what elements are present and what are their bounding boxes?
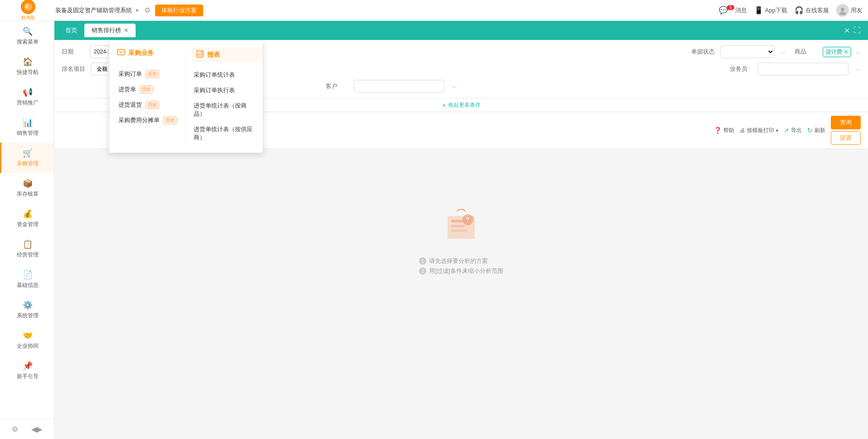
- sidebar-label-purchase: 采购管理: [17, 160, 39, 168]
- sidebar-item-purchase[interactable]: 🛒 采购管理: [0, 143, 54, 173]
- tabbar-right: ✕ ⛶: [844, 26, 864, 35]
- main: 首页 销售排行榜 ✕ ✕ ⛶ 日期 2024-12-31: [54, 21, 868, 439]
- sidebar-item-collab[interactable]: 🤝 企业协同: [0, 325, 54, 355]
- po-execution-label: 采购订单执行表: [194, 86, 235, 94]
- messages-btn[interactable]: 💬 5 消息: [719, 6, 747, 15]
- salesperson-dots[interactable]: ···: [856, 66, 861, 73]
- tab-sales-rank[interactable]: 销售排行榜 ✕: [84, 24, 136, 37]
- tab-close-icon[interactable]: ✕: [124, 27, 128, 34]
- reports-header-label: 报表: [207, 51, 220, 59]
- sidebar-label-sales: 销售管理: [17, 129, 39, 137]
- sidebar-item-system[interactable]: ⚙️ 系统管理: [0, 295, 54, 325]
- tab-home[interactable]: 首页: [58, 24, 84, 37]
- messages-label: 消息: [735, 6, 747, 15]
- system-dropdown-icon[interactable]: ▼: [135, 8, 140, 13]
- refresh-btn[interactable]: ↻ 刷新: [807, 127, 825, 134]
- nav-icon: 🏠: [23, 57, 33, 67]
- purchase-col-header: 采购业务: [117, 48, 180, 61]
- doc-status-label: 单据状态: [691, 48, 715, 56]
- sidebar-label-search: 搜索菜单: [17, 38, 39, 46]
- print-btn[interactable]: 🖨 按模板打印 ▾: [740, 127, 778, 134]
- tab-close-window-icon[interactable]: ✕: [844, 26, 850, 35]
- sidebar-item-basic-info[interactable]: 📄 基础信息: [0, 264, 54, 295]
- sidebar-label-inventory: 库存核算: [17, 190, 39, 198]
- dropdown-item-receipt-by-goods[interactable]: 进货单统计表（按商品）: [192, 98, 256, 122]
- sidebar-label-system: 系统管理: [17, 312, 39, 320]
- inventory-icon: 📦: [23, 178, 33, 188]
- rank-label: 排名项目: [62, 65, 85, 73]
- industry-btn[interactable]: 体验行业方案: [155, 5, 203, 16]
- query-btn[interactable]: 查询: [831, 116, 861, 129]
- purchase-header-icon: [117, 48, 126, 58]
- settings-btn[interactable]: 设置: [831, 131, 861, 145]
- topbar-system: 装备及固定资产辅助管理系统 ▼ ⚙ 体验行业方案: [55, 5, 719, 16]
- empty-state: ? 1 请先选择要分析的方案 2 用[过滤]条件来缩小分析范围: [54, 149, 868, 330]
- printer-icon: 🖨: [740, 127, 745, 133]
- sidebar-settings-btn[interactable]: ⚙: [12, 425, 18, 434]
- sidebar-collapse-btn[interactable]: ◀▶: [31, 425, 42, 434]
- app-download-btn[interactable]: 📱 App下载: [754, 6, 787, 15]
- system-icon: ⚙️: [23, 300, 33, 310]
- operations-icon: 📋: [23, 239, 33, 249]
- salesperson-input[interactable]: [758, 63, 848, 75]
- basic-info-icon: 📄: [23, 270, 33, 280]
- print-arrow-icon: ▾: [776, 128, 778, 133]
- reports-col-header: 报表: [192, 48, 263, 62]
- dropdown-item-goods-receipt[interactable]: 进货单 历史: [117, 82, 180, 97]
- dropdown-item-po-execution[interactable]: 采购订单执行表: [192, 83, 256, 98]
- sidebar-label-basic-info: 基础信息: [17, 281, 39, 289]
- sidebar-item-nav[interactable]: 🏠 快捷导航: [0, 51, 54, 82]
- svg-rect-9: [117, 49, 125, 55]
- online-service-btn[interactable]: 🎧 在线客服: [795, 6, 829, 15]
- sidebar-item-guide[interactable]: 📌 新手引导: [0, 355, 54, 386]
- receipt-by-supplier-label: 进货单统计表（按供应商）: [194, 125, 254, 142]
- sidebar-item-operations[interactable]: 📋 经营管理: [0, 234, 54, 264]
- online-service-label: 在线客服: [805, 6, 829, 15]
- sidebar-item-marketing[interactable]: 📢 营销推广: [0, 82, 54, 112]
- doc-status-select[interactable]: [720, 45, 775, 58]
- customer-input[interactable]: [354, 80, 444, 93]
- dropdown-item-purchase-order[interactable]: 采购订单 历史: [117, 66, 180, 82]
- sidebar-item-finance[interactable]: 💰 资金管理: [0, 203, 54, 234]
- purchase-order-label: 采购订单: [118, 70, 142, 78]
- dropdown-item-purchase-expense[interactable]: 采购费用分摊单 历史: [117, 113, 180, 128]
- sidebar-item-sales[interactable]: 📊 销售管理: [0, 112, 54, 143]
- dropdown-item-po-stats[interactable]: 采购订单统计表: [192, 67, 256, 83]
- sidebar-item-search[interactable]: 🔍 搜索菜单: [0, 21, 54, 51]
- dropdown-item-receipt-by-supplier[interactable]: 进货单统计表（按供应商）: [192, 122, 256, 145]
- tab-maximize-icon[interactable]: ⛶: [853, 26, 861, 35]
- export-btn[interactable]: ↗ 导出: [784, 127, 802, 134]
- step2-num: 2: [419, 267, 426, 275]
- goods-tag[interactable]: 设计费 ✕: [823, 47, 851, 57]
- topbar-right: 💬 5 消息 📱 App下载 🎧 在线客服 用友: [719, 4, 863, 17]
- headset-icon: 🎧: [795, 6, 804, 15]
- goods-dots[interactable]: ···: [856, 49, 861, 55]
- customer-dots[interactable]: ···: [452, 83, 457, 90]
- sidebar: 🔍 搜索菜单 🏠 快捷导航 📢 营销推广 📊 销售管理 🛒 采购管理 📦 库存核…: [0, 21, 54, 439]
- goods-tag-close-icon[interactable]: ✕: [844, 49, 848, 55]
- logo: 6 标准版: [5, 0, 51, 21]
- logo-text: 标准版: [21, 15, 35, 21]
- search-sidebar-icon: 🔍: [23, 26, 33, 36]
- guide-icon: 📌: [23, 361, 33, 371]
- settings-icon[interactable]: ⚙: [144, 6, 151, 15]
- user-menu[interactable]: 用友: [836, 4, 863, 17]
- customer-label: 客户: [326, 82, 348, 90]
- help-btn[interactable]: ❓ 帮助: [714, 127, 734, 134]
- user-label: 用友: [851, 6, 863, 15]
- sidebar-label-operations: 经营管理: [17, 251, 39, 259]
- goods-receipt-label: 进货单: [118, 85, 136, 94]
- print-label: 按模板打印: [747, 127, 774, 134]
- svg-point-2: [839, 12, 846, 15]
- message-badge: 5: [727, 5, 734, 10]
- tab-home-label: 首页: [65, 26, 77, 35]
- sidebar-item-inventory[interactable]: 📦 库存核算: [0, 173, 54, 203]
- dropdown-item-goods-return[interactable]: 进货退货 历史: [117, 97, 180, 113]
- doc-status-dots[interactable]: ···: [780, 49, 789, 55]
- reports-header-icon: [195, 49, 205, 60]
- goods-return-hist: 历史: [146, 101, 159, 109]
- help-icon: ❓: [714, 127, 722, 134]
- svg-text:?: ?: [466, 216, 469, 223]
- sidebar-label-finance: 资金管理: [17, 221, 39, 228]
- step1-num: 1: [419, 257, 426, 265]
